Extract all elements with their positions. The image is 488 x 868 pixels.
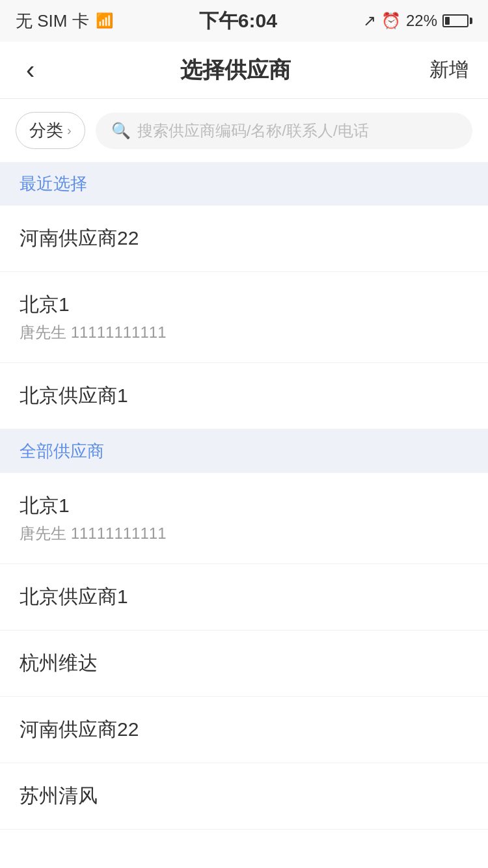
list-item-name: 北京1 [20, 493, 468, 519]
list-item-name: 杭州维达 [20, 650, 468, 677]
list-item[interactable]: 北京供应商1 [0, 564, 488, 631]
list-item-name: 北京供应商1 [20, 584, 468, 610]
battery-icon [442, 14, 472, 27]
section-header-recent: 最近选择 [0, 162, 488, 206]
list-item[interactable]: 河南供应商22 [0, 697, 488, 763]
list-item[interactable]: 苏州清风 [0, 763, 488, 830]
category-label: 分类 [29, 119, 63, 142]
list-item-name: 河南供应商22 [20, 716, 468, 743]
search-bar: 分类 › 🔍 搜索供应商编码/名称/联系人/电话 [0, 99, 488, 162]
list-item[interactable]: 北京供应商1 [0, 363, 488, 429]
battery-percent: 22% [406, 12, 437, 30]
list-item-sub: 唐先生 11111111111 [20, 523, 468, 544]
list-item[interactable]: 北京1唐先生 11111111111 [0, 272, 488, 363]
list-item[interactable]: 杭州维达 [0, 631, 488, 697]
search-input-wrap[interactable]: 🔍 搜索供应商编码/名称/联系人/电话 [96, 113, 472, 149]
alarm-icon: ⏰ [381, 12, 401, 30]
add-button[interactable]: 新增 [429, 57, 468, 83]
list-item-name: 北京供应商1 [20, 383, 468, 409]
status-time: 下午6:04 [199, 8, 277, 34]
search-icon: 🔍 [111, 122, 131, 140]
status-left: 无 SIM 卡 📶 [16, 10, 113, 33]
list-item-name: 河南供应商22 [20, 225, 468, 252]
status-bar: 无 SIM 卡 📶 下午6:04 ↗ ⏰ 22% [0, 0, 488, 42]
sim-label: 无 SIM 卡 [16, 10, 89, 33]
wifi-icon: 📶 [96, 12, 113, 29]
chevron-right-icon: › [67, 123, 72, 138]
section-header-text-all: 全部供应商 [20, 441, 104, 461]
location-icon: ↗ [363, 12, 376, 30]
section-header-all: 全部供应商 [0, 429, 488, 473]
list-item-name: 北京1 [20, 292, 468, 318]
section-header-text-recent: 最近选择 [20, 174, 87, 193]
list-item-name: 苏州清风 [20, 783, 468, 809]
list-item-sub: 唐先生 11111111111 [20, 322, 468, 343]
category-button[interactable]: 分类 › [16, 112, 85, 149]
list-item[interactable]: 北京1唐先生 11111111111 [0, 473, 488, 564]
page-title: 选择供应商 [180, 55, 291, 85]
back-button[interactable]: ‹ [20, 49, 41, 91]
search-placeholder: 搜索供应商编码/名称/联系人/电话 [137, 120, 369, 141]
nav-bar: ‹ 选择供应商 新增 [0, 42, 488, 99]
sections-container: 最近选择河南供应商22北京1唐先生 11111111111北京供应商1全部供应商… [0, 162, 488, 830]
list-item[interactable]: 河南供应商22 [0, 206, 488, 272]
status-right: ↗ ⏰ 22% [363, 12, 472, 30]
